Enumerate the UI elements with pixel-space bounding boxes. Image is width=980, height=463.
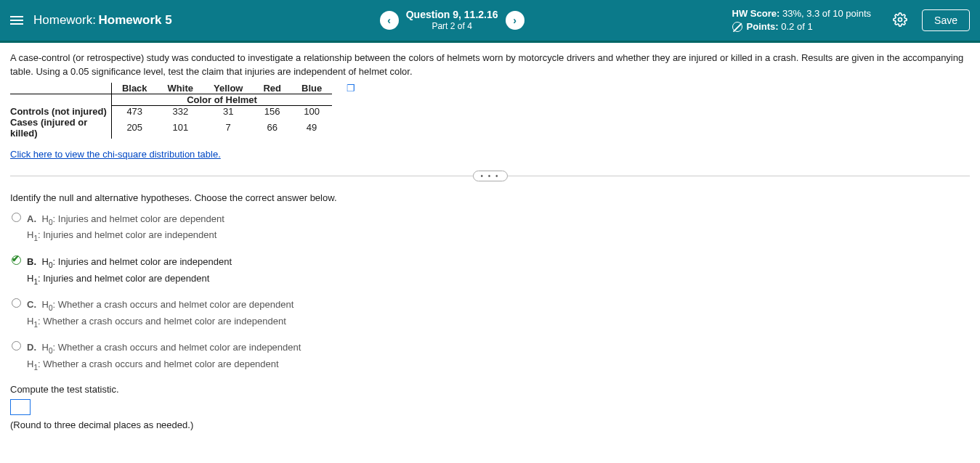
- question-number: Question 9, 11.2.16: [406, 8, 498, 21]
- table-row: Controls (not injured) 473 332 31 156 10…: [10, 105, 332, 117]
- hw-name: Homework 5: [99, 13, 172, 27]
- save-button[interactable]: Save: [922, 9, 970, 31]
- hw-label: Homework:: [33, 13, 96, 27]
- question-prompt: Identify the null and alternative hypoth…: [10, 192, 970, 203]
- choice-d[interactable]: D. H0: Whether a crash occurs and helmet…: [12, 340, 970, 373]
- homework-title: Homework: Homework 5: [33, 13, 172, 28]
- gear-icon[interactable]: [893, 12, 907, 29]
- col-header: Blue: [291, 83, 332, 94]
- app-header: Homework: Homework 5 ‹ Question 9, 11.2.…: [0, 0, 980, 43]
- points: Points: 0.2 of 1: [732, 20, 872, 33]
- choice-a[interactable]: A. H0: Injuries and helmet color are dep…: [12, 212, 970, 245]
- choice-c[interactable]: C. H0: Whether a crash occurs and helmet…: [12, 298, 970, 330]
- col-header: Yellow: [203, 83, 253, 94]
- choice-b[interactable]: B. H0: Injuries and helmet color are ind…: [12, 255, 970, 287]
- chi-square-link[interactable]: Click here to view the chi-square distri…: [10, 149, 221, 160]
- question-nav: ‹ Question 9, 11.2.16 Part 2 of 4 ›: [172, 8, 732, 33]
- rounding-hint: (Round to three decimal places as needed…: [10, 419, 970, 430]
- row-label: Controls (not injured): [10, 105, 111, 117]
- problem-statement: A case-control (or retrospective) study …: [10, 52, 970, 78]
- points-icon: [732, 22, 742, 32]
- col-header: White: [158, 83, 203, 94]
- expand-icon[interactable]: • • •: [472, 171, 507, 181]
- table-title: Color of Helmet: [111, 94, 332, 105]
- score-block: HW Score: 33%, 3.3 of 10 points Points: …: [732, 7, 872, 33]
- prev-question-button[interactable]: ‹: [380, 11, 399, 30]
- radio-a[interactable]: [12, 213, 21, 222]
- svg-point-0: [899, 17, 902, 21]
- copy-icon[interactable]: ❐: [347, 83, 355, 94]
- radio-c[interactable]: [12, 298, 21, 308]
- question-info: Question 9, 11.2.16 Part 2 of 4: [406, 8, 498, 33]
- compute-prompt: Compute the test statistic.: [10, 384, 970, 395]
- col-header: Black: [111, 83, 157, 94]
- question-part: Part 2 of 4: [406, 21, 498, 33]
- table-row: Cases (injured or killed) 205 101 7 66 4…: [10, 117, 332, 139]
- content-area: A case-control (or retrospective) study …: [0, 43, 980, 438]
- data-table: Color of Helmet Black White Yellow Red B…: [10, 83, 332, 139]
- next-question-button[interactable]: ›: [506, 11, 525, 30]
- test-statistic-input[interactable]: [10, 399, 31, 415]
- menu-icon[interactable]: [10, 14, 23, 27]
- row-label: Cases (injured or killed): [10, 117, 111, 139]
- radio-d[interactable]: [12, 341, 21, 351]
- answer-choices: A. H0: Injuries and helmet color are dep…: [12, 212, 970, 374]
- hw-score: HW Score: 33%, 3.3 of 10 points: [732, 7, 872, 20]
- section-divider: • • •: [10, 176, 970, 176]
- radio-b[interactable]: [12, 255, 21, 265]
- col-header: Red: [253, 83, 291, 94]
- data-table-wrap: Color of Helmet Black White Yellow Red B…: [10, 83, 970, 139]
